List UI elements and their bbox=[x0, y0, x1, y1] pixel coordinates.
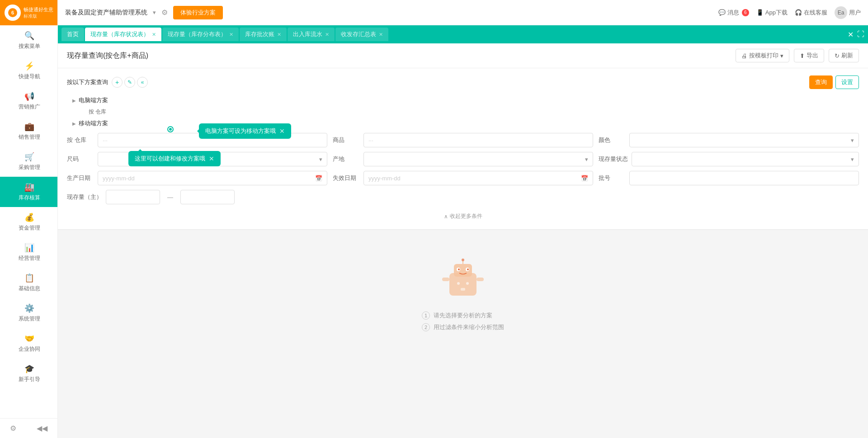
app-download-btn[interactable]: 📱 App下载 bbox=[756, 9, 788, 17]
tab-flow-label: 出入库流水 bbox=[293, 30, 322, 38]
sidebar-item-operation[interactable]: 📊 经营管理 bbox=[0, 237, 57, 268]
system-dropdown-icon[interactable]: ▾ bbox=[153, 9, 156, 16]
stock-label: 现存量（主） bbox=[67, 193, 102, 201]
sidebar-item-system[interactable]: ⚙️ 系统管理 bbox=[0, 298, 57, 328]
message-label: 消息 bbox=[727, 9, 739, 17]
main-area: 装备及固定资产辅助管理系统 ▾ ⚙ 体验行业方案 💬 消息 6 📱 App下载 … bbox=[58, 0, 868, 438]
tab-home[interactable]: 首页 bbox=[61, 28, 84, 41]
export-label: 导出 bbox=[807, 52, 818, 60]
tab-summary-label: 收发存汇总表 bbox=[341, 30, 376, 38]
stock-min-input[interactable] bbox=[106, 190, 160, 204]
product-field-label: 商品 bbox=[333, 136, 360, 144]
sidebar-item-guide[interactable]: 🎓 新手引导 bbox=[0, 358, 57, 389]
color-input[interactable]: ▾ bbox=[629, 133, 859, 147]
refresh-btn[interactable]: ↻ 刷新 bbox=[829, 49, 859, 62]
tab-batch-close[interactable]: ✕ bbox=[277, 32, 281, 38]
avatar: Ea bbox=[835, 6, 847, 19]
tab-flow-close[interactable]: ✕ bbox=[325, 32, 329, 38]
origin-caret-icon: ▾ bbox=[585, 156, 588, 163]
tooltip2-close[interactable]: ✕ bbox=[209, 155, 214, 162]
export-btn[interactable]: ⬆ 导出 bbox=[794, 49, 824, 62]
expire-date-label: 失效日期 bbox=[333, 174, 360, 182]
user-label: 用户 bbox=[849, 9, 861, 17]
sidebar-item-quicknav[interactable]: ⚡ 快捷导航 bbox=[0, 56, 57, 86]
headset-icon: 🎧 bbox=[795, 9, 802, 16]
tab-batch[interactable]: 库存批次账 ✕ bbox=[240, 28, 287, 41]
field-origin: 产地 ▾ bbox=[333, 152, 593, 166]
tabs-bar: 首页 现存量（库存状况表） ✕ 现存量（库存分布表） ✕ 库存批次账 ✕ 出入库… bbox=[58, 25, 868, 43]
tab-summary-close[interactable]: ✕ bbox=[379, 32, 383, 38]
collapse-arrow-icon: ∧ bbox=[444, 213, 448, 220]
svg-point-13 bbox=[466, 282, 469, 285]
field-batch: 批号 bbox=[599, 171, 859, 185]
expire-date-input[interactable]: yyyy-mm-dd 📅 bbox=[363, 171, 593, 185]
app-download-label: App下载 bbox=[765, 9, 788, 17]
tab-close-all-icon[interactable]: ✕ bbox=[848, 30, 854, 39]
logo-text: 畅捷通好生意 标准版 bbox=[24, 6, 53, 19]
tab-expand-icon[interactable]: ⛶ bbox=[857, 30, 864, 39]
scheme-item-pc[interactable]: ▶ 电脑端方案 bbox=[72, 94, 859, 106]
size-caret-icon: ▾ bbox=[319, 156, 322, 163]
filter-actions: + ✎ « bbox=[112, 77, 148, 88]
scheme-item-mobile[interactable]: ▶ 移动端方案 bbox=[72, 118, 859, 129]
tab-inventory-status[interactable]: 现存量（库存状况表） ✕ bbox=[85, 28, 161, 41]
sidebar-item-enterprise[interactable]: 🤝 企业协同 bbox=[0, 328, 57, 358]
stock-status-field-label: 现存量状态 bbox=[599, 155, 628, 163]
tab-inventory-status-close[interactable]: ✕ bbox=[152, 32, 156, 38]
marketing-icon: 📢 bbox=[24, 91, 34, 101]
tab-inventory-dist-close[interactable]: ✕ bbox=[229, 32, 233, 38]
settings-gear-icon[interactable]: ⚙ bbox=[161, 8, 168, 17]
empty-step-1: 1 请先选择要分析的方案 bbox=[422, 311, 504, 320]
stock-status-caret-icon: ▾ bbox=[851, 156, 854, 163]
message-btn[interactable]: 💬 消息 6 bbox=[718, 9, 749, 17]
stock-status-input[interactable]: ▾ bbox=[632, 152, 859, 166]
page-header: 现存量查询(按仓库+商品) 🖨 按模板打印 ▾ ⬆ 导出 ↻ 刷新 bbox=[58, 43, 868, 68]
print-btn[interactable]: 🖨 按模板打印 ▾ bbox=[736, 49, 789, 62]
step-1-text: 请先选择要分析的方案 bbox=[434, 311, 492, 320]
collapse-btn[interactable]: ∧ 收起更多条件 bbox=[67, 209, 859, 222]
sidebar-item-finance[interactable]: 💰 资金管理 bbox=[0, 207, 57, 237]
back-scheme-btn[interactable]: « bbox=[137, 77, 148, 88]
tooltip1-close[interactable]: ✕ bbox=[279, 127, 285, 135]
edit-scheme-btn[interactable]: ✎ bbox=[124, 77, 135, 88]
print-dropdown-icon: ▾ bbox=[780, 52, 783, 59]
scheme-item-warehouse[interactable]: 按 仓库 bbox=[72, 106, 859, 118]
online-support-btn[interactable]: 🎧 在线客服 bbox=[795, 9, 827, 17]
print-icon: 🖨 bbox=[741, 52, 747, 59]
industry-btn[interactable]: 体验行业方案 bbox=[173, 6, 223, 19]
user-area[interactable]: Ea 用户 bbox=[835, 6, 861, 19]
finance-icon: 💰 bbox=[24, 212, 34, 222]
dot-indicator bbox=[168, 127, 173, 132]
svg-point-6 bbox=[458, 268, 460, 270]
produce-date-input[interactable]: yyyy-mm-dd 📅 bbox=[98, 171, 327, 185]
origin-input[interactable]: ▾ bbox=[363, 152, 593, 166]
collapse-sidebar-icon[interactable]: ◀◀ bbox=[37, 424, 47, 433]
sidebar-item-sales[interactable]: 💼 销售管理 bbox=[0, 116, 57, 146]
add-scheme-btn[interactable]: + bbox=[112, 77, 123, 88]
tab-summary[interactable]: 收发存汇总表 ✕ bbox=[335, 28, 388, 41]
stock-max-input[interactable] bbox=[180, 190, 235, 204]
header-left: 装备及固定资产辅助管理系统 ▾ ⚙ 体验行业方案 bbox=[65, 6, 223, 19]
expire-date-calendar-icon: 📅 bbox=[581, 175, 588, 182]
sidebar-item-marketing[interactable]: 📢 营销推广 bbox=[0, 86, 57, 116]
query-btn[interactable]: 查询 bbox=[809, 75, 833, 89]
settings-label: 设置 bbox=[841, 78, 853, 86]
warehouse-field-label: 按 仓库 bbox=[67, 136, 94, 144]
color-field-label: 颜色 bbox=[599, 136, 626, 144]
scheme-list: ▶ 电脑端方案 按 仓库 ▶ 移动端方案 bbox=[67, 94, 859, 129]
produce-date-calendar-icon: 📅 bbox=[315, 175, 322, 182]
sidebar-item-purchase[interactable]: 🛒 采购管理 bbox=[0, 146, 57, 177]
settings-btn[interactable]: 设置 bbox=[835, 75, 859, 89]
tab-flow[interactable]: 出入库流水 ✕ bbox=[288, 28, 335, 41]
sidebar-item-search[interactable]: 🔍 搜索菜单 bbox=[0, 25, 57, 56]
tab-inventory-dist[interactable]: 现存量（库存分布表） ✕ bbox=[162, 28, 239, 41]
header: 装备及固定资产辅助管理系统 ▾ ⚙ 体验行业方案 💬 消息 6 📱 App下载 … bbox=[58, 0, 868, 25]
sidebar-item-basic[interactable]: 📋 基础信息 bbox=[0, 268, 57, 298]
product-input[interactable]: ··· bbox=[363, 133, 593, 147]
settings-icon[interactable]: ⚙ bbox=[10, 424, 16, 433]
tooltip-create-scheme: 这里可以创建和修改方案哦 ✕ bbox=[128, 151, 221, 166]
field-color: 颜色 ▾ bbox=[599, 133, 859, 147]
batch-input[interactable] bbox=[629, 171, 859, 185]
sidebar-item-inventory[interactable]: 🏭 库存核算 bbox=[0, 177, 57, 207]
color-caret-icon: ▾ bbox=[851, 137, 854, 144]
